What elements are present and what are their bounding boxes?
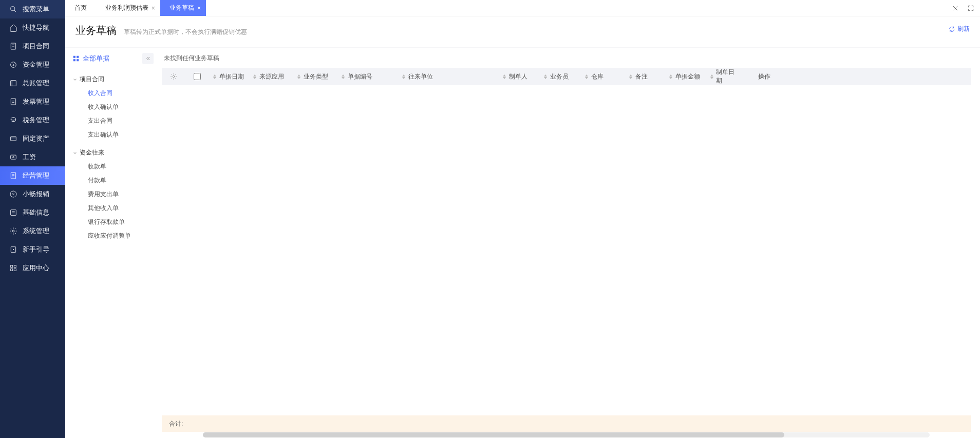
column-settings[interactable] <box>162 73 185 80</box>
svg-point-23 <box>12 230 14 232</box>
sidebar-item-label: 经营管理 <box>23 171 49 180</box>
filter-child-payment[interactable]: 付款单 <box>72 174 153 187</box>
column-note[interactable]: 备注 <box>625 72 665 81</box>
filter-child-other-income[interactable]: 其他收入单 <box>72 201 153 215</box>
column-amount[interactable]: 单据金额 <box>665 72 706 81</box>
guide-icon <box>9 245 17 254</box>
group-header[interactable]: 资金往来 <box>72 146 153 160</box>
filter-child-expense-sheet[interactable]: 费用支出单 <box>72 187 153 201</box>
filter-child-bank-deposit[interactable]: 银行存取款单 <box>72 215 153 229</box>
reimburse-icon <box>9 190 17 198</box>
table-footer-total: 合计: <box>162 415 971 432</box>
refresh-icon <box>948 26 955 33</box>
filter-child-ar-ap-adjust[interactable]: 应收应付调整单 <box>72 229 153 243</box>
sidebar-item-guide[interactable]: 新手引导 <box>0 240 65 259</box>
tab-bar: 首页 业务利润预估表 × 业务草稿 × <box>65 0 980 16</box>
salary-icon <box>9 153 17 161</box>
svg-text:¥: ¥ <box>12 63 14 67</box>
collapse-panel-button[interactable] <box>142 53 154 64</box>
svg-rect-26 <box>11 265 13 268</box>
sidebar-item-salary[interactable]: 工资 <box>0 148 65 166</box>
table-header-row: 单据日期 来源应用 业务类型 单据编号 往来单位 制单人 业务员 仓库 备注 单… <box>162 68 971 85</box>
main-sidebar: 搜索菜单 快捷导航 项目合同 ¥ 资金管理 总账管理 发票管理 税务管理 固定资 <box>0 0 65 438</box>
column-party[interactable]: 往来单位 <box>398 72 499 81</box>
sidebar-item-system-mgmt[interactable]: 系统管理 <box>0 222 65 240</box>
column-doc-date[interactable]: 单据日期 <box>209 72 249 81</box>
sidebar-item-label: 工资 <box>23 153 36 162</box>
sidebar-item-project-contract[interactable]: 项目合同 <box>0 37 65 55</box>
table-area: 未找到任何业务草稿 单据日期 来源应用 业务类型 <box>156 48 980 438</box>
home-icon <box>9 24 17 32</box>
column-source-app[interactable]: 来源应用 <box>249 72 293 81</box>
svg-line-1 <box>14 10 16 12</box>
column-make-date[interactable]: 制单日期 <box>706 68 742 85</box>
sort-icon <box>402 73 406 80</box>
column-warehouse[interactable]: 仓库 <box>581 72 625 81</box>
sidebar-item-quick-nav[interactable]: 快捷导航 <box>0 18 65 37</box>
column-doc-no[interactable]: 单据编号 <box>337 72 398 81</box>
filter-child-expense-confirm[interactable]: 支出确认单 <box>72 128 153 142</box>
chevron-down-icon <box>72 77 78 82</box>
tab-home[interactable]: 首页 <box>65 0 96 16</box>
sidebar-item-label: 基础信息 <box>23 208 49 217</box>
sidebar-item-general-ledger[interactable]: 总账管理 <box>0 74 65 92</box>
sidebar-item-label: 总账管理 <box>23 79 49 88</box>
scroll-track <box>203 432 930 437</box>
sidebar-item-fixed-assets[interactable]: 固定资产 <box>0 129 65 148</box>
filter-panel: 全部单据 项目合同 收入合同 收入确认单 支出合同 支出确认单 <box>65 48 156 438</box>
close-icon[interactable]: × <box>197 5 201 12</box>
sort-icon <box>342 73 346 80</box>
close-all-tabs-icon[interactable] <box>951 4 959 12</box>
column-biz-type[interactable]: 业务类型 <box>293 72 337 81</box>
sidebar-item-tax-mgmt[interactable]: 税务管理 <box>0 111 65 129</box>
svg-rect-32 <box>73 56 76 58</box>
select-all-checkbox[interactable] <box>194 73 201 80</box>
column-select-all[interactable] <box>185 73 209 80</box>
sidebar-item-fund-mgmt[interactable]: ¥ 资金管理 <box>0 55 65 74</box>
tab-business-draft[interactable]: 业务草稿 × <box>160 0 206 16</box>
sort-icon <box>710 73 714 80</box>
app-root: 搜索菜单 快捷导航 项目合同 ¥ 资金管理 总账管理 发票管理 税务管理 固定资 <box>0 0 980 438</box>
column-salesman[interactable]: 业务员 <box>540 72 581 81</box>
coin-icon: ¥ <box>9 61 17 69</box>
svg-point-0 <box>11 7 15 11</box>
search-icon <box>9 5 17 13</box>
sidebar-item-search-menu[interactable]: 搜索菜单 <box>0 0 65 18</box>
footer-total-label: 合计: <box>169 420 183 428</box>
table-wrapper: 单据日期 来源应用 业务类型 单据编号 往来单位 制单人 业务员 仓库 备注 单… <box>162 68 971 438</box>
asset-icon <box>9 135 17 143</box>
sidebar-item-label: 小畅报销 <box>23 189 49 199</box>
table-body-empty <box>162 85 971 415</box>
grid-icon <box>72 55 80 62</box>
group-header[interactable]: 项目合同 <box>72 72 153 86</box>
sidebar-item-invoice-mgmt[interactable]: 发票管理 <box>0 92 65 111</box>
svg-point-36 <box>173 75 175 78</box>
sidebar-item-app-center[interactable]: 应用中心 <box>0 259 65 277</box>
filter-child-income-contract[interactable]: 收入合同 <box>72 86 153 100</box>
all-docs-link[interactable]: 全部单据 <box>72 54 153 63</box>
all-docs-label: 全部单据 <box>83 54 109 63</box>
tab-label: 业务利润预估表 <box>105 4 148 12</box>
chevron-left-double-icon <box>145 55 151 62</box>
scroll-thumb[interactable] <box>203 432 784 437</box>
svg-rect-27 <box>14 265 16 268</box>
sidebar-item-basic-info[interactable]: 基础信息 <box>0 203 65 222</box>
sidebar-item-reimburse[interactable]: 小畅报销 <box>0 185 65 203</box>
filter-child-receipt[interactable]: 收款单 <box>72 160 153 174</box>
sidebar-item-label: 搜索菜单 <box>23 5 49 14</box>
svg-rect-34 <box>73 59 76 61</box>
horizontal-scrollbar[interactable] <box>162 432 971 438</box>
business-icon <box>9 172 17 180</box>
svg-rect-13 <box>11 155 16 159</box>
svg-rect-35 <box>77 59 79 61</box>
empty-message: 未找到任何业务草稿 <box>162 54 971 63</box>
fullscreen-icon[interactable] <box>967 4 975 12</box>
filter-child-expense-contract[interactable]: 支出合同 <box>72 114 153 128</box>
filter-child-income-confirm[interactable]: 收入确认单 <box>72 100 153 114</box>
column-maker[interactable]: 制单人 <box>499 72 540 81</box>
close-icon[interactable]: × <box>152 5 155 12</box>
refresh-button[interactable]: 刷新 <box>948 25 970 33</box>
sidebar-item-business-mgmt[interactable]: 经营管理 <box>0 166 65 185</box>
page-header: 业务草稿 草稿转为正式单据时，不会执行满赠促销优惠 刷新 <box>65 16 980 47</box>
tab-profit-estimate[interactable]: 业务利润预估表 × <box>96 0 160 16</box>
